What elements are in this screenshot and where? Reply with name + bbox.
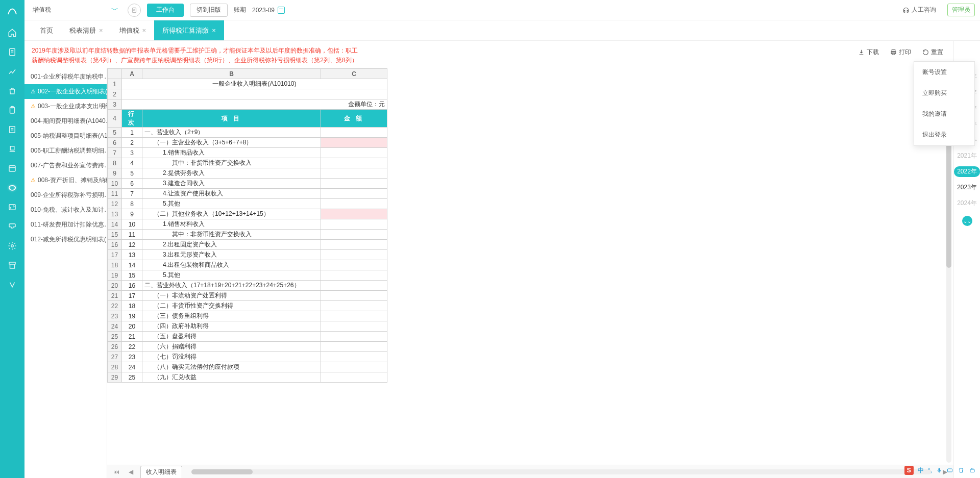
nav-calendar-icon[interactable] [7,163,17,173]
row-header[interactable]: 3 [108,99,122,110]
row-header[interactable]: 13 [108,209,122,219]
amount-cell[interactable] [321,219,387,230]
document-list-item[interactable]: 004-期间费用明细表(A1040… [24,114,107,129]
row-header[interactable]: 5 [108,128,122,138]
document-list-item[interactable]: 010-免税、减计收入及加计… [24,203,107,217]
row-header[interactable]: 8 [108,158,122,168]
amount-cell[interactable] [321,311,387,321]
period-picker[interactable]: 2023-09 [252,7,285,14]
horizontal-scrollbar[interactable] [191,469,932,474]
amount-cell[interactable] [321,321,387,332]
nav-home-icon[interactable] [7,28,17,38]
document-list-item[interactable]: 001-企业所得税年度纳税申… [24,69,107,84]
reset-button[interactable]: 重置 [922,48,943,57]
row-header[interactable]: 16 [108,240,122,250]
year-item[interactable]: 2021年 [955,150,979,161]
amount-cell[interactable] [321,199,387,209]
amount-cell[interactable] [321,291,387,301]
row-header[interactable]: 14 [108,219,122,230]
amount-cell[interactable] [321,342,387,352]
amount-cell[interactable] [321,301,387,311]
row-header[interactable]: 24 [108,321,122,332]
row-header[interactable]: 22 [108,301,122,311]
amount-cell[interactable] [321,148,387,158]
row-header[interactable]: 23 [108,311,122,321]
amount-cell[interactable] [321,230,387,240]
nav-transfer-icon[interactable] [7,202,17,212]
year-item[interactable]: 2023年 [955,182,979,193]
row-header[interactable]: 10 [108,179,122,189]
ime-punct-icon[interactable]: °, [928,467,932,474]
switch-old-button[interactable]: 切到旧版 [190,4,228,17]
nav-settings-icon[interactable] [7,241,17,251]
nav-v-icon[interactable] [7,280,17,290]
year-item[interactable]: 2024年 [955,198,979,209]
row-header[interactable]: 28 [108,362,122,372]
ime-lang[interactable]: 中 [918,466,924,475]
context-selector[interactable]: 增值税 ﹀ [30,4,121,17]
user-menu-item[interactable]: 立即购买 [914,83,974,104]
ime-mic-icon[interactable] [936,467,942,473]
nav-chart-icon[interactable] [7,66,17,77]
close-icon[interactable]: × [99,27,103,34]
row-header[interactable]: 6 [108,138,122,148]
user-menu-item[interactable]: 账号设置 [914,62,974,83]
nav-clipboard-icon[interactable] [7,105,17,115]
amount-cell[interactable] [321,128,387,138]
column-header[interactable]: A [122,69,142,79]
row-header[interactable]: 25 [108,332,122,342]
nav-bag-icon[interactable] [7,86,17,96]
nav-doc-icon[interactable] [7,47,17,57]
amount-cell[interactable] [321,168,387,179]
amount-cell[interactable] [321,372,387,383]
ime-skin-icon[interactable] [958,467,965,473]
round-doc-icon[interactable] [128,4,141,17]
user-menu-item[interactable]: 我的邀请 [914,104,974,124]
amount-cell[interactable] [321,270,387,281]
ime-toolbox-icon[interactable] [969,467,976,473]
document-list-item[interactable]: 009-企业所得税弥补亏损明… [24,188,107,203]
nav-tax-icon[interactable] [7,183,17,193]
column-header[interactable]: B [142,69,321,79]
row-header[interactable]: 12 [108,199,122,209]
row-header[interactable]: 18 [108,260,122,270]
row-header[interactable]: 17 [108,250,122,260]
document-list-item[interactable]: 006-职工薪酬纳税调整明细… [24,143,107,158]
close-icon[interactable]: × [212,27,216,34]
row-header[interactable]: 15 [108,230,122,240]
year-item[interactable]: 2022年 [954,166,980,177]
nav-archive-icon[interactable] [7,260,17,270]
row-header[interactable]: 4 [108,110,122,128]
row-header[interactable]: 11 [108,189,122,199]
sheet-nav-first[interactable]: ⏮ [111,468,121,475]
spreadsheet[interactable]: ABC1一般企业收入明细表(A101010)23金额单位：元4行次项 目金 额5… [107,68,953,465]
amount-cell[interactable] [321,362,387,372]
row-header[interactable]: 21 [108,291,122,301]
nav-stamp-icon[interactable] [7,144,17,154]
row-header[interactable]: 9 [108,168,122,179]
sheet-nav-prev[interactable]: ◀ [127,468,135,475]
row-header[interactable]: 29 [108,372,122,383]
vertical-scrollbar[interactable] [946,125,951,463]
amount-cell[interactable] [321,352,387,362]
row-header[interactable]: 26 [108,342,122,352]
user-menu-item[interactable]: 退出登录 [914,124,974,145]
workbench-button[interactable]: 工作台 [147,4,184,17]
amount-cell[interactable] [321,281,387,291]
amount-cell[interactable] [321,209,387,219]
document-list-item[interactable]: 012-减免所得税优惠明细表(… [24,232,107,247]
amount-cell[interactable] [321,179,387,189]
row-header[interactable]: 7 [108,148,122,158]
amount-cell[interactable] [321,240,387,250]
document-list-item[interactable]: ⚠003-一般企业成本支出明细… [24,99,107,114]
year-more-button[interactable]: ⌄⌄ [962,216,972,226]
column-header[interactable]: C [321,69,387,79]
download-button[interactable]: 下载 [858,48,879,57]
close-icon[interactable]: × [142,27,146,34]
ime-logo-icon[interactable]: S [904,466,914,475]
row-header[interactable]: 2 [108,89,122,99]
tab[interactable]: 增值税× [111,20,155,40]
print-button[interactable]: 打印 [890,48,911,57]
amount-cell[interactable] [321,250,387,260]
amount-cell[interactable] [321,138,387,148]
